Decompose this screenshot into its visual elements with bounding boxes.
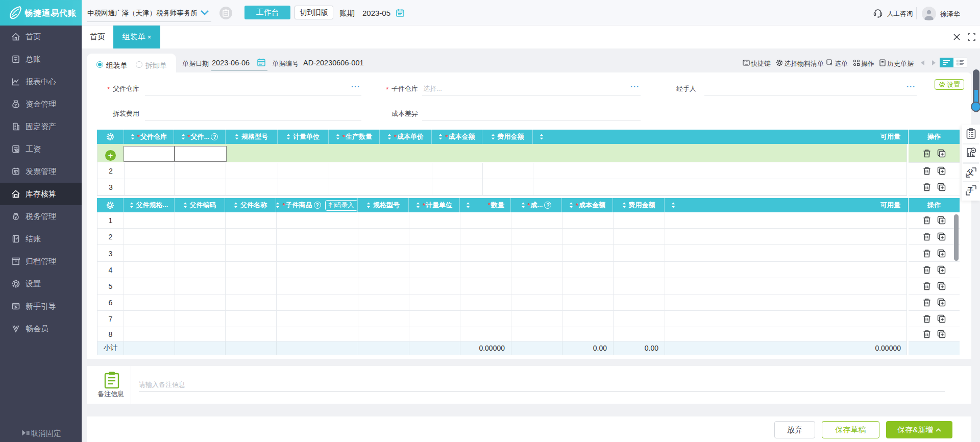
svg-text:子: 子 <box>967 186 974 194</box>
svg-text:父: 父 <box>967 168 974 176</box>
